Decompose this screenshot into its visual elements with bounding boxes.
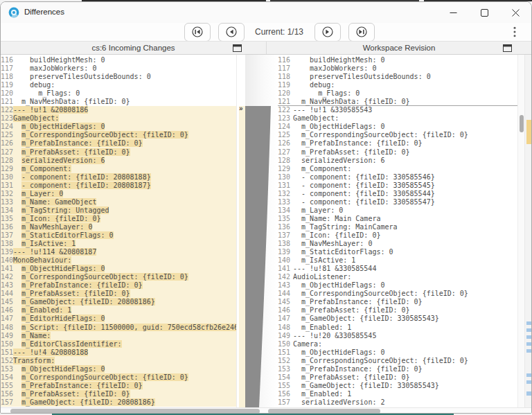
line-number: 127	[278, 148, 293, 157]
code-text: m_ObjectHideFlags: 0	[293, 281, 384, 290]
code-line: 146 m_Enabled: 1	[1, 306, 236, 315]
line-number: 125	[1, 131, 13, 139]
code-line: 154 m_CorrespondingSourceObject: {fileID…	[1, 373, 236, 382]
current-diff-counter: Current: 1/13	[255, 27, 303, 37]
code-line: 121 m_NavMeshData: {fileID: 0}	[278, 98, 517, 106]
line-number: 119	[1, 81, 13, 89]
line-number: 157	[278, 398, 293, 407]
go-first-diff-button[interactable]	[184, 23, 211, 42]
code-line: 128 serializedVersion: 6	[1, 157, 236, 165]
maximize-pane-icon[interactable]	[503, 44, 512, 52]
line-number: 144	[1, 290, 13, 298]
line-number: 131	[1, 182, 13, 190]
line-number: 118	[278, 73, 293, 81]
code-text: Transform:	[13, 357, 55, 365]
vertical-scrollbar-thumb[interactable]	[520, 115, 524, 132]
line-number: 157	[1, 398, 13, 407]
plastic-scm-logo-icon	[8, 7, 19, 18]
code-text: m_NavMeshLayer: 0	[293, 240, 372, 248]
ruler-change-marker[interactable]	[526, 349, 532, 353]
ruler-change-marker[interactable]	[526, 321, 532, 325]
ruler-change-marker[interactable]	[526, 391, 532, 396]
right-code-pane[interactable]: 116 buildHeightMesh: 0117 maxJobWorkers:…	[278, 55, 517, 407]
go-next-diff-button[interactable]	[314, 23, 341, 42]
ruler-change-marker[interactable]	[526, 120, 532, 144]
ruler-change-marker[interactable]	[526, 342, 532, 346]
code-text: m_PrefabAsset: {fileID: 0}	[293, 148, 410, 157]
code-line: 130 - component: {fileID: 330585546}	[278, 173, 517, 182]
minimize-icon[interactable]	[438, 2, 469, 23]
maximize-pane-icon[interactable]	[233, 44, 242, 52]
code-text: m_NavMeshLayer: 0	[13, 223, 92, 231]
code-text: m_GameObject: {fileID: 20808186}	[13, 298, 155, 306]
left-code-pane[interactable]: 116 buildHeightMesh: 0117 maxJobWorkers:…	[1, 55, 236, 407]
line-number: 120	[1, 89, 13, 98]
code-line: 123GameObject:	[278, 114, 517, 123]
code-line: 120 m_Flags: 0	[1, 89, 236, 98]
ruler-change-marker[interactable]	[526, 335, 532, 339]
line-number: 121	[278, 98, 293, 106]
left-horizontal-scrollbar-thumb[interactable]	[10, 409, 260, 414]
left-pane-header: cs:6 Incoming Changes	[1, 42, 267, 54]
code-line: 124 m_ObjectHideFlags: 0	[1, 123, 236, 131]
line-number: 147	[278, 315, 293, 323]
go-last-diff-button[interactable]	[348, 23, 375, 42]
code-line: 126 m_PrefabInstance: {fileID: 0}	[1, 139, 236, 148]
code-text: m_Layer: 0	[293, 206, 343, 215]
code-line: 147 m_EditorHideFlags: 0	[1, 315, 236, 323]
code-text: --- !u!20 &330585545	[293, 332, 376, 340]
code-line: 141 m_ObjectHideFlags: 0	[1, 265, 236, 273]
line-number: 123	[278, 114, 293, 123]
ruler-change-marker[interactable]	[526, 380, 532, 384]
line-number: 124	[278, 123, 293, 131]
line-number: 146	[278, 306, 293, 315]
code-text: m_Flags: 0	[293, 89, 360, 98]
line-number: 117	[278, 64, 293, 73]
code-text: m_CorrespondingSourceObject: {fileID: 0}	[13, 273, 188, 281]
line-number: 147	[1, 315, 13, 323]
code-text: MonoBehaviour:	[13, 256, 71, 265]
line-number: 119	[278, 81, 293, 89]
code-line: 153 m_PrefabInstance: {fileID: 0}	[278, 365, 517, 373]
ruler-change-marker[interactable]	[526, 373, 532, 377]
close-icon[interactable]	[500, 2, 531, 23]
code-line: 144 m_PrefabAsset: {fileID: 0}	[1, 290, 236, 298]
code-text: m_CorrespondingSourceObject: {fileID: 0}	[293, 131, 468, 139]
diff-overview-ruler[interactable]	[524, 55, 532, 407]
ruler-change-marker[interactable]	[526, 328, 532, 332]
kebab-menu-icon[interactable]	[508, 24, 522, 40]
right-vertical-scrollbar[interactable]	[517, 55, 524, 407]
code-text: serializedVersion: 6	[293, 157, 384, 165]
code-line: 140 m_IsActive: 1	[278, 256, 517, 265]
code-line: 131 - component: {fileID: 330585545}	[278, 182, 517, 190]
maximize-icon[interactable]	[469, 2, 500, 23]
code-line: 116 buildHeightMesh: 0	[278, 56, 517, 64]
diff-toolbar: Current: 1/13	[1, 23, 531, 41]
code-text: m_ObjectHideFlags: 0	[13, 365, 105, 373]
code-line: 116 buildHeightMesh: 0	[1, 56, 236, 64]
code-text: m_ObjectHideFlags: 0	[293, 348, 384, 357]
code-line: 152Transform:	[1, 357, 236, 365]
line-number: 127	[1, 148, 13, 157]
go-previous-diff-button[interactable]	[218, 23, 245, 42]
code-text: GameObject:	[13, 114, 59, 123]
code-line: 151 m_ObjectHideFlags: 0	[278, 348, 517, 357]
code-line: 127 m_PrefabAsset: {fileID: 0}	[1, 148, 236, 157]
code-text: m_Component:	[13, 165, 71, 173]
code-line: 143 m_ObjectHideFlags: 0	[278, 281, 517, 290]
code-text: m_PrefabInstance: {fileID: 0}	[293, 365, 423, 373]
line-number: 122	[1, 106, 13, 114]
line-number: 154	[1, 373, 13, 382]
code-line: 125 m_CorrespondingSourceObject: {fileID…	[278, 131, 517, 139]
title-bar[interactable]: Differences	[1, 2, 531, 23]
line-number: 137	[1, 231, 13, 240]
code-text: --- !u!4 &20808188	[13, 348, 88, 357]
code-text: - component: {fileID: 20808187}	[13, 182, 151, 190]
code-line: 136 m_TagString: MainCamera	[278, 223, 517, 231]
line-number: 128	[1, 157, 13, 165]
right-horizontal-scrollbar-thumb[interactable]	[268, 409, 380, 414]
line-number: 150	[1, 340, 13, 348]
pane-headers: cs:6 Incoming Changes Workspace Revision	[1, 41, 531, 55]
line-number: 133	[1, 198, 13, 206]
change-margin-highlight	[239, 106, 245, 407]
